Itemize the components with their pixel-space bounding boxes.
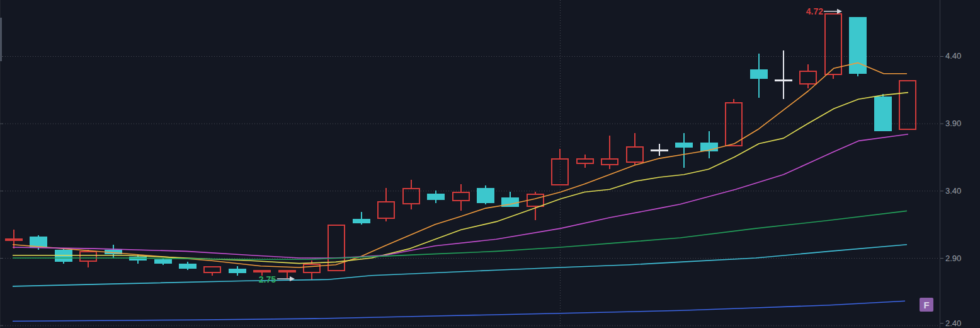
candle bbox=[700, 131, 718, 158]
candle bbox=[403, 180, 419, 209]
candle bbox=[874, 94, 892, 132]
candle bbox=[179, 262, 197, 270]
y-axis-label: 3.90 bbox=[945, 119, 961, 128]
y-axis-label: 2.90 bbox=[945, 254, 961, 263]
flag-badge[interactable]: F bbox=[920, 298, 933, 312]
candle bbox=[229, 266, 246, 276]
grid-lines bbox=[0, 0, 940, 328]
left-axis-highlight bbox=[0, 18, 2, 61]
candle bbox=[278, 270, 296, 278]
candle bbox=[577, 155, 593, 168]
candle bbox=[651, 144, 668, 156]
y-axis-label: 2.40 bbox=[945, 319, 961, 328]
ma-green bbox=[13, 211, 907, 259]
candle bbox=[726, 99, 742, 146]
price-annotation: 4.72 bbox=[806, 6, 842, 16]
candlestick-chart[interactable]: 4.722.754.403.903.402.902.40 F bbox=[0, 0, 980, 328]
candle bbox=[800, 64, 816, 88]
candle bbox=[204, 267, 220, 276]
candle bbox=[552, 149, 568, 185]
candles-layer bbox=[5, 14, 916, 279]
ma-magenta bbox=[13, 134, 908, 258]
candle bbox=[675, 133, 693, 168]
svg-text:2.75: 2.75 bbox=[259, 274, 276, 284]
candle bbox=[328, 225, 345, 271]
candle bbox=[775, 50, 792, 99]
price-annotation: 2.75 bbox=[259, 274, 295, 284]
candle bbox=[750, 54, 768, 98]
chart-canvas[interactable]: 4.722.754.403.903.402.902.40 bbox=[0, 0, 980, 328]
candle bbox=[601, 136, 618, 169]
left-axis bbox=[0, 0, 3, 328]
y-axis[interactable]: 4.403.903.402.902.40 bbox=[940, 0, 962, 328]
candle bbox=[427, 190, 445, 202]
candle bbox=[55, 249, 72, 263]
candle bbox=[105, 245, 122, 258]
y-axis-label: 4.40 bbox=[945, 51, 961, 61]
candle bbox=[5, 230, 23, 249]
candle bbox=[353, 212, 370, 224]
ma-blue bbox=[13, 301, 905, 321]
ma-cyan bbox=[13, 245, 907, 286]
candle bbox=[80, 250, 96, 267]
candle bbox=[849, 17, 867, 76]
candle bbox=[627, 133, 643, 165]
y-axis-label: 3.40 bbox=[945, 186, 961, 196]
price-annotations: 4.722.75 bbox=[259, 6, 842, 284]
candle bbox=[378, 188, 394, 221]
ma-fast-orange bbox=[13, 63, 907, 267]
svg-text:4.72: 4.72 bbox=[806, 6, 823, 16]
candle bbox=[453, 184, 469, 211]
candle bbox=[477, 185, 494, 204]
candle bbox=[899, 81, 916, 129]
candle bbox=[154, 258, 172, 265]
